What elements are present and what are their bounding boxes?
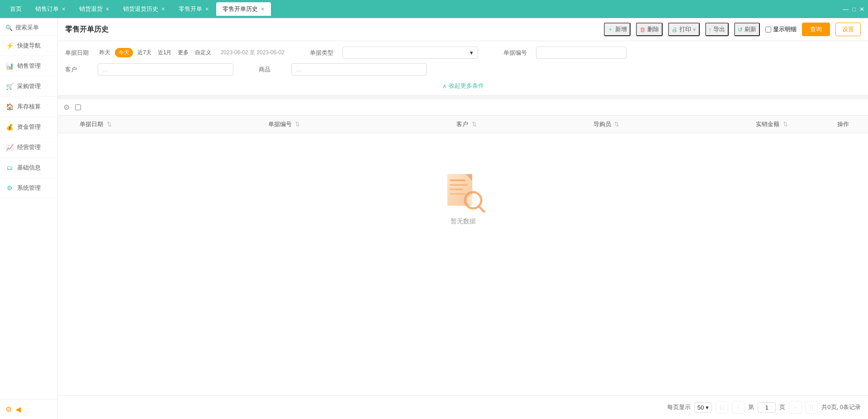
tab-close-sales-order[interactable]: ✕: [62, 6, 66, 12]
sort-amount-icon: ⇅: [783, 121, 788, 127]
th-checkbox: [58, 116, 74, 133]
date-opt-more[interactable]: 更多: [176, 48, 190, 57]
table-toolbar: ⚙: [58, 99, 868, 116]
date-options: 昨天 今天 近7天 近1月 更多 自定义: [98, 48, 213, 57]
sidebar-item-operation[interactable]: 📈 经营管理: [0, 137, 57, 158]
tab-sales-return-history[interactable]: 销货退货历史 ✕: [117, 2, 171, 16]
tab-close-retail-open[interactable]: ✕: [205, 6, 209, 12]
sidebar-item-purchase[interactable]: 🛒 采购管理: [0, 76, 57, 97]
sidebar: 🔍 搜索采单 ⚡ 快捷导航 📊 销售管理 🛒 采购管理 🏠 库存核算 💰 资金管…: [0, 18, 58, 419]
date-opt-yesterday[interactable]: 昨天: [98, 48, 112, 57]
shortcuts-icon: ⚡: [5, 42, 14, 49]
tab-close-retail-open-history[interactable]: ✕: [261, 6, 265, 12]
operation-icon: 📈: [5, 144, 14, 151]
sidebar-item-sales[interactable]: 📊 销售管理: [0, 56, 57, 76]
date-opt-custom[interactable]: 自定义: [193, 48, 213, 57]
purchase-label: 采购管理: [17, 82, 41, 90]
collapse-more-btn[interactable]: ∧ 收起更多条件: [65, 80, 861, 92]
sort-salesperson-icon: ⇅: [614, 121, 619, 127]
basic-label: 基础信息: [17, 164, 41, 172]
tab-sales-order[interactable]: 销售订单 ✕: [29, 2, 72, 16]
date-opt-1month[interactable]: 近1月: [156, 48, 174, 57]
inventory-icon: 🏠: [5, 103, 14, 110]
sidebar-item-inventory[interactable]: 🏠 库存核算: [0, 97, 57, 117]
filter-row-1: 单据日期 昨天 今天 近7天 近1月 更多 自定义 2023-06-02 至 2…: [65, 47, 861, 59]
th-customer[interactable]: 客户 ⇅: [451, 116, 588, 133]
chevron-down-icon: ▾: [470, 49, 473, 56]
empty-svg: [441, 169, 490, 215]
sort-docno-icon: ⇅: [295, 121, 300, 127]
th-docno[interactable]: 单据编号 ⇅: [263, 116, 451, 133]
query-button[interactable]: 查询: [802, 23, 830, 36]
doc-type-select[interactable]: ▾: [342, 47, 478, 59]
system-label: 系统管理: [17, 184, 41, 192]
refresh-button[interactable]: ↺ 刷新: [734, 23, 760, 36]
display-detail-toggle[interactable]: 显示明细: [765, 25, 797, 33]
sidebar-item-finance[interactable]: 💰 资金管理: [0, 117, 57, 137]
close-btn-window[interactable]: ✕: [859, 6, 864, 13]
delete-button[interactable]: 🗑 删除: [636, 23, 663, 36]
sidebar-gear-icon[interactable]: ⚙: [5, 405, 12, 414]
shortcuts-label: 快捷导航: [17, 42, 41, 50]
prev-page-btn[interactable]: ＜: [732, 401, 745, 414]
print-button[interactable]: 🖨 打印 ▾: [668, 23, 700, 36]
filter-section: 单据日期 昨天 今天 近7天 近1月 更多 自定义 2023-06-02 至 2…: [58, 41, 868, 96]
filter-row-2: 客户 ... 商品 ...: [65, 63, 861, 75]
search-icon: 🔍: [5, 24, 13, 31]
sidebar-collapse-icon[interactable]: ◀: [15, 405, 21, 414]
sort-date-icon: ⇅: [107, 121, 112, 127]
sidebar-item-shortcuts[interactable]: ⚡ 快捷导航: [0, 36, 57, 56]
tab-retail-open[interactable]: 零售开单 ✕: [172, 2, 215, 16]
collapse-more-label: 收起更多条件: [449, 82, 484, 90]
add-button[interactable]: ＋ 新增: [604, 23, 631, 36]
svg-line-7: [479, 207, 484, 212]
next-page-btn[interactable]: ＞: [789, 401, 802, 414]
refresh-icon: ↺: [738, 26, 743, 33]
doc-no-label: 单据编号: [503, 49, 529, 57]
total-info: 共0页, 0条记录: [821, 403, 861, 411]
maximize-btn[interactable]: □: [852, 6, 856, 13]
sidebar-item-basic[interactable]: 🗂 基础信息: [0, 158, 57, 178]
sidebar-search-label: 搜索采单: [15, 24, 39, 32]
svg-rect-1: [450, 179, 465, 181]
tab-retail-open-history[interactable]: 零售开单历史 ✕: [216, 2, 271, 16]
th-amount[interactable]: 实销金额 ⇅: [750, 116, 832, 133]
product-input[interactable]: ...: [291, 63, 427, 75]
sales-icon: 📊: [5, 62, 14, 70]
th-actions: 操作: [832, 116, 868, 133]
date-label: 单据日期: [65, 49, 90, 57]
purchase-icon: 🛒: [5, 83, 14, 90]
tab-close-sales-return-history[interactable]: ✕: [161, 6, 165, 12]
sidebar-item-system[interactable]: ⚙ 系统管理: [0, 178, 57, 198]
settings-button[interactable]: 设置: [835, 23, 861, 36]
first-page-btn[interactable]: ⟨⟨: [716, 401, 728, 414]
svg-rect-4: [450, 193, 466, 195]
content-area: 零售开单历史 ＋ 新增 🗑 删除 🖨 打印 ▾ ↑ 导出: [58, 18, 868, 419]
export-button[interactable]: ↑ 导出: [705, 23, 729, 36]
pagination-bar: 每页显示 50 ▾ ⟨⟨ ＜ 第 1 页 ＞ ⟩⟩ 共0页, 0条记录: [58, 395, 868, 419]
page-size-select[interactable]: 50 ▾: [694, 402, 712, 413]
th-date[interactable]: 单据日期 ⇅: [74, 116, 263, 133]
select-all-checkbox[interactable]: [75, 104, 81, 110]
customer-input[interactable]: ...: [98, 63, 233, 75]
tab-sales-return[interactable]: 销货退货 ✕: [73, 2, 116, 16]
th-salesperson[interactable]: 导购员 ⇅: [588, 116, 750, 133]
date-opt-7days[interactable]: 近7天: [136, 48, 153, 57]
date-opt-today[interactable]: 今天: [115, 48, 133, 57]
doc-no-input[interactable]: [536, 47, 626, 59]
tab-home[interactable]: 首页: [4, 2, 28, 16]
finance-icon: 💰: [5, 123, 14, 131]
page-number-input[interactable]: 1: [758, 402, 776, 413]
page-header: 零售开单历史 ＋ 新增 🗑 删除 🖨 打印 ▾ ↑ 导出: [58, 18, 868, 41]
doc-type-label: 单据类型: [310, 49, 335, 57]
table-header-row: 单据日期 ⇅ 单据编号 ⇅ 客户 ⇅ 导购员 ⇅: [58, 116, 868, 133]
last-page-btn[interactable]: ⟩⟩: [805, 401, 818, 414]
display-detail-checkbox[interactable]: [765, 27, 771, 33]
inventory-label: 库存核算: [17, 103, 41, 111]
tab-close-sales-return[interactable]: ✕: [105, 6, 109, 12]
empty-text: 暂无数据: [451, 217, 476, 226]
minimize-btn[interactable]: —: [843, 6, 849, 13]
data-table: 单据日期 ⇅ 单据编号 ⇅ 客户 ⇅ 导购员 ⇅: [58, 116, 868, 262]
sidebar-search[interactable]: 🔍 搜索采单: [0, 18, 57, 36]
column-settings-icon[interactable]: ⚙: [63, 103, 70, 112]
